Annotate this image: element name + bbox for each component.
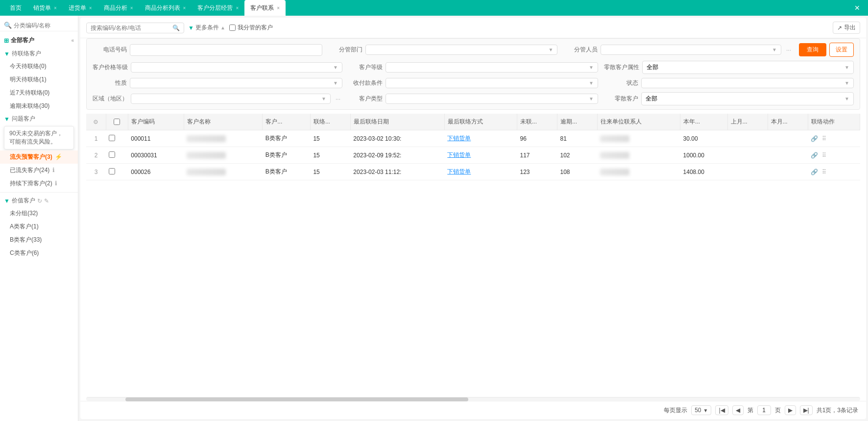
th-name: 客户名称: [184, 114, 262, 130]
top-tabbar: 首页 销货单 × 进货单 × 商品分析 × 商品分析列表 × 客户分层经营 × …: [0, 0, 868, 16]
main-layout: 🔍 ⊞ 全部客户 « ▼ 待联络客户 今天待联络(0) 明天待联络(1) 近7天…: [0, 16, 868, 421]
sidebar-item-declining[interactable]: 持续下滑客户(2) ℹ: [0, 177, 78, 190]
action-link-icon[interactable]: 🔗: [811, 169, 818, 175]
close-tab-product-analysis-list[interactable]: ×: [183, 5, 186, 11]
tab-product-analysis[interactable]: 商品分析 ×: [98, 0, 139, 16]
filter-retail-attr-select[interactable]: 全部▼: [642, 61, 854, 74]
refresh-icon[interactable]: ↻: [37, 198, 42, 204]
contact-method-link[interactable]: 下销货单: [447, 135, 471, 142]
window-close-button[interactable]: ✕: [846, 4, 868, 12]
close-tab-sales-order[interactable]: ×: [54, 5, 57, 11]
filter-person-select[interactable]: ▼: [601, 45, 781, 55]
action-more-icon[interactable]: ⠿: [822, 135, 826, 142]
sidebar-item-overdue-contact[interactable]: 逾期未联络(30): [0, 99, 78, 113]
filter-customer-type-select[interactable]: ▼: [386, 94, 598, 104]
chevron-down-icon-person: ▼: [772, 47, 777, 52]
filter-dept: 分管部门 ▼: [328, 45, 558, 55]
page-size-select[interactable]: 50 ▼: [691, 405, 711, 415]
chevron-down-icon-nature: ▼: [333, 80, 338, 86]
cell-contact-person: [597, 164, 680, 180]
sidebar-item-class-b[interactable]: B类客户(33): [0, 233, 78, 247]
sidebar-item-class-c[interactable]: C类客户(6): [0, 247, 78, 260]
table-row: 2 00030031 B类客户 15 2023-02-09 19:52: 下销货…: [86, 147, 860, 164]
search-input[interactable]: [91, 25, 172, 31]
sidebar-item-churn-warning[interactable]: 流失预警客户(3) ⚡: [0, 150, 78, 164]
filter-nature-select[interactable]: ▼: [130, 78, 342, 88]
my-customers-checkbox[interactable]: 我分管的客户: [229, 24, 273, 32]
filter-region-dots[interactable]: ···: [334, 96, 342, 102]
cell-last-date: 2023-02-09 19:52:: [350, 147, 444, 164]
action-more-icon[interactable]: ⠿: [822, 152, 826, 159]
filter-customer-tier-select[interactable]: ▼: [386, 62, 598, 73]
sidebar-group-problem-customers[interactable]: ▼ 问题客户: [0, 113, 78, 125]
filter-row-4: 区域（地区） ▼ ··· 客户类型 ▼ 零散客户 全部▼: [93, 92, 854, 105]
close-tab-customer-contact[interactable]: ×: [277, 5, 280, 11]
close-tab-product-analysis[interactable]: ×: [130, 5, 133, 11]
tab-product-analysis-list[interactable]: 商品分析列表 ×: [139, 0, 192, 16]
contact-method-link[interactable]: 下销货单: [447, 168, 471, 175]
more-conditions-button[interactable]: ▼ 更多条件 ▲: [188, 24, 225, 32]
sidebar-all-customers[interactable]: ⊞ 全部客户 «: [0, 33, 78, 48]
select-all-checkbox[interactable]: [114, 119, 120, 125]
filter-nature: 性质 ▼: [93, 78, 342, 88]
query-button[interactable]: 查询: [799, 43, 826, 56]
first-page-button[interactable]: |◀: [715, 405, 728, 415]
chevron-down-icon-payment: ▼: [589, 80, 594, 86]
action-link-icon[interactable]: 🔗: [811, 135, 818, 142]
table-settings-icon[interactable]: ⚙: [93, 119, 98, 125]
horizontal-scrollbar[interactable]: [86, 397, 860, 401]
filter-price-tier-select[interactable]: ▼: [131, 62, 342, 73]
close-tab-purchase-order[interactable]: ×: [89, 5, 92, 11]
sidebar-item-ungrouped[interactable]: 未分组(32): [0, 207, 78, 220]
edit-icon[interactable]: ✎: [44, 198, 49, 204]
filter-status-select[interactable]: ▼: [641, 78, 854, 88]
sidebar-group-pending-contact[interactable]: ▼ 待联络客户: [0, 48, 78, 60]
cell-type: B类客户: [263, 147, 311, 164]
filter-dept-select[interactable]: ▼: [365, 45, 558, 55]
filter-retail-customer-select[interactable]: 全部▼: [641, 92, 854, 105]
current-page-input[interactable]: 1: [757, 405, 771, 415]
filter-person-dots[interactable]: ···: [784, 47, 793, 53]
settings-button[interactable]: 设置: [829, 43, 854, 57]
filter-phone-label: 电话号码: [93, 46, 127, 54]
row-checkbox[interactable]: [109, 135, 115, 141]
sidebar-item-churned[interactable]: 已流失客户(24) ℹ: [0, 164, 78, 177]
th-action: 联络动作: [808, 114, 860, 130]
th-this-year: 本年...: [680, 114, 728, 130]
sidebar-search-box: 🔍: [0, 20, 78, 31]
filter-row-3: 性质 ▼ 收付款条件 ▼ 状态 ▼: [93, 78, 854, 88]
next-page-button[interactable]: ▶: [785, 405, 796, 415]
filter-phone-input[interactable]: [130, 44, 322, 56]
sidebar-group-value-customers[interactable]: ▼ 价值客户 ↻ ✎: [0, 195, 78, 207]
chevron-down-icon-region: ▼: [321, 96, 326, 101]
chevron-down-icon-price: ▼: [333, 65, 338, 70]
search-submit-icon[interactable]: 🔍: [172, 25, 180, 31]
cell-last-month: [727, 147, 768, 164]
tab-sales-order[interactable]: 销货单 ×: [27, 0, 63, 16]
filter-retail-attr-label: 零散客户属性: [604, 63, 639, 72]
cell-name: [184, 164, 262, 180]
filter-region-select[interactable]: ▼: [131, 94, 331, 104]
filter-payment-select[interactable]: ▼: [386, 78, 598, 88]
contact-method-link[interactable]: 下销货单: [447, 151, 471, 158]
prev-page-button[interactable]: ◀: [732, 405, 744, 415]
tab-home[interactable]: 首页: [4, 0, 27, 16]
action-link-icon[interactable]: 🔗: [811, 152, 818, 159]
close-tab-customer-tier[interactable]: ×: [236, 5, 239, 11]
sidebar-item-class-a[interactable]: A类客户(1): [0, 220, 78, 233]
action-more-icon[interactable]: ⠿: [822, 169, 826, 175]
last-page-button[interactable]: ▶|: [800, 405, 813, 415]
sidebar-item-tomorrow-contact[interactable]: 明天待联络(1): [0, 73, 78, 86]
export-button[interactable]: ↗ 导出: [833, 22, 860, 34]
th-settings: ⚙: [86, 114, 106, 130]
scrollbar-thumb[interactable]: [125, 397, 468, 401]
tab-customer-tier[interactable]: 客户分层经营 ×: [192, 0, 244, 16]
sidebar-item-7day-contact[interactable]: 近7天待联络(0): [0, 86, 78, 99]
sidebar-item-today-contact[interactable]: 今天待联络(0): [0, 60, 78, 73]
tab-purchase-order[interactable]: 进货单 ×: [63, 0, 98, 16]
tab-customer-contact[interactable]: 客户联系 ×: [244, 0, 286, 16]
my-customers-check[interactable]: [229, 25, 236, 31]
row-checkbox[interactable]: [109, 151, 115, 158]
sidebar-search-input[interactable]: [14, 22, 74, 29]
row-checkbox[interactable]: [109, 168, 115, 174]
